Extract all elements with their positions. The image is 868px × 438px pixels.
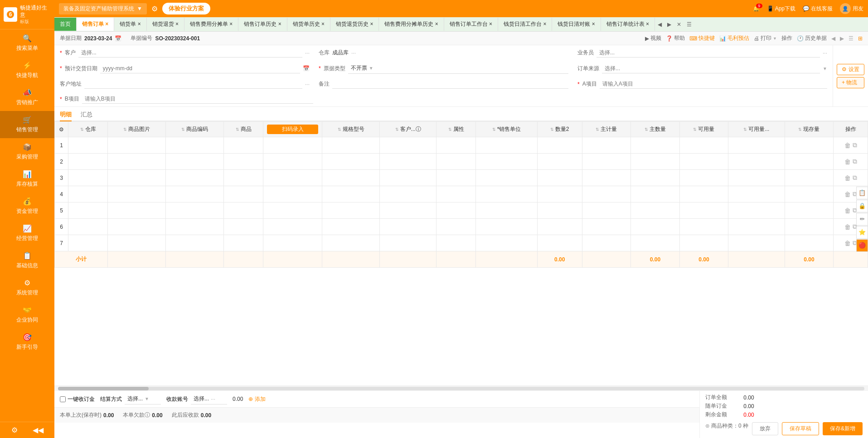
calendar-icon[interactable]: 📅: [115, 35, 121, 42]
row-unit-1[interactable]: [476, 137, 538, 154]
settings-icon[interactable]: ⚙: [151, 5, 158, 13]
user-menu[interactable]: 👤 用友: [840, 3, 863, 14]
date-value[interactable]: 2023-03-24: [84, 35, 112, 42]
bank-dots[interactable]: ···: [211, 396, 215, 402]
salesperson-input[interactable]: [596, 48, 820, 58]
discard-button[interactable]: 放弃: [752, 422, 778, 435]
row-attr-1[interactable]: [436, 137, 475, 154]
add-material-button[interactable]: + 物流: [837, 77, 864, 88]
sidebar-item-system[interactable]: ⚙ 系统管理: [0, 274, 54, 301]
copy-icon-2[interactable]: ⧉: [853, 158, 857, 165]
delete-icon-1[interactable]: 🗑: [844, 142, 851, 149]
sidebar-item-marketing[interactable]: 📣 营销推广: [0, 84, 54, 111]
grid-view-icon[interactable]: ⊞: [858, 35, 863, 42]
row-code-1[interactable]: [166, 137, 224, 154]
sidebar-item-purchase[interactable]: 📦 采购管理: [0, 138, 54, 165]
fixed-btn-lock[interactable]: 🔒: [856, 200, 868, 212]
next-record-icon[interactable]: ▶: [840, 35, 844, 42]
sidebar-item-sales[interactable]: 🛒 销售管理: [0, 111, 54, 138]
copy-icon-1[interactable]: ⧉: [853, 141, 857, 149]
delivery-calendar-icon[interactable]: 📅: [303, 65, 310, 72]
dropdown-arrow-icon[interactable]: ▼: [137, 5, 142, 12]
tab-order-workbench[interactable]: 销售订单工作台 ×: [444, 18, 498, 31]
tab-close-icon[interactable]: ✕: [674, 21, 684, 28]
product-count-btn[interactable]: ⊙ 商品种类：0 种: [705, 422, 748, 435]
history-btn[interactable]: 🕐 历史单据: [797, 34, 827, 42]
online-service-btn[interactable]: 💬 在线客服: [803, 5, 833, 13]
tab-daily-account[interactable]: 钱货日清对账 ×: [552, 18, 601, 31]
list-view-icon[interactable]: ☰: [849, 35, 853, 42]
sidebar-item-guide[interactable]: 🎯 新手引导: [0, 328, 54, 356]
delete-icon-4[interactable]: 🗑: [844, 191, 851, 198]
tab-home[interactable]: 首页: [54, 18, 77, 31]
row-qty2-1[interactable]: [537, 137, 582, 154]
bank-account-select[interactable]: 选择... ···: [191, 394, 227, 404]
delete-icon-3[interactable]: 🗑: [844, 174, 851, 182]
row-avail-1[interactable]: [679, 137, 728, 154]
operate-btn[interactable]: 操作: [781, 34, 792, 42]
customer-input[interactable]: [78, 48, 302, 58]
tab-sales-invoice-history[interactable]: 销货单历史 ×: [287, 18, 330, 31]
row-scan-1[interactable]: [263, 137, 322, 154]
app-download-btn[interactable]: 📱 App下载: [767, 5, 795, 13]
payment-method-select[interactable]: 选择... ▼: [125, 394, 161, 404]
tab-sales-order[interactable]: 销售订单 ×: [77, 18, 114, 31]
tab-stats[interactable]: 销售订单统计表 ×: [601, 18, 655, 31]
fixed-btn-star[interactable]: ⭐: [856, 226, 868, 239]
save-new-button[interactable]: 保存&新增: [823, 422, 863, 435]
sidebar-item-finance[interactable]: 💰 资金管理: [0, 193, 54, 220]
row-image-1[interactable]: [108, 137, 166, 154]
b-project-input[interactable]: [82, 94, 313, 104]
shortcut-btn[interactable]: ⌨ 快捷键: [689, 34, 715, 42]
copy-icon-3[interactable]: ⧉: [853, 174, 857, 182]
order-source-input[interactable]: [602, 64, 820, 73]
scroll-thumb[interactable]: [58, 387, 149, 390]
fixed-btn-clipboard[interactable]: 📋: [856, 187, 868, 199]
solution-button[interactable]: 体验行业方案: [162, 3, 210, 14]
a-project-input[interactable]: [600, 79, 827, 89]
help-btn[interactable]: ❓ 帮助: [666, 34, 685, 42]
row-munit-1[interactable]: [582, 137, 631, 154]
horizontal-scrollbar[interactable]: [54, 385, 868, 391]
sidebar-item-nav[interactable]: ⚡ 快捷导航: [0, 57, 54, 84]
tab-expense-history[interactable]: 销售费用分摊单历史 ×: [379, 18, 444, 31]
tab-next-icon[interactable]: ▶: [664, 21, 674, 28]
prev-record-icon[interactable]: ◀: [831, 35, 835, 42]
tab-return-history[interactable]: 销货退货历史 ×: [330, 18, 379, 31]
row-avail2-1[interactable]: [728, 137, 785, 154]
save-draft-button[interactable]: 保存草稿: [782, 422, 819, 435]
collapse-icon[interactable]: ◀◀: [33, 426, 44, 434]
invoice-type-select[interactable]: 不开票 ▼: [348, 63, 568, 74]
tab-sales-invoice[interactable]: 销货单 ×: [114, 18, 146, 31]
sidebar-item-management[interactable]: 📈 经营管理: [0, 220, 54, 247]
tab-daily-clear[interactable]: 钱货日清工作台 ×: [498, 18, 552, 31]
row-warehouse-1[interactable]: [68, 137, 108, 154]
row-mqty-1[interactable]: [631, 137, 680, 154]
tab-prev-icon[interactable]: ◀: [655, 21, 664, 28]
sidebar-item-inventory[interactable]: 📊 库存核算: [0, 165, 54, 193]
row-spec-1[interactable]: [322, 137, 380, 154]
settings-bottom-icon[interactable]: ⚙: [11, 426, 18, 434]
tab-sales-order-history[interactable]: 销售订单历史 ×: [238, 18, 287, 31]
row-curr-1[interactable]: [785, 137, 834, 154]
add-payment-btn[interactable]: ⊕ 添加: [248, 395, 266, 403]
th-settings[interactable]: ⚙: [55, 122, 68, 137]
fixed-btn-edit[interactable]: ✏: [856, 213, 868, 226]
row-ccode-1[interactable]: [380, 137, 436, 154]
set-button[interactable]: ⚙ 设置: [837, 64, 864, 75]
remark-input[interactable]: [332, 79, 568, 89]
one-click-payment[interactable]: 一键收订金: [60, 395, 95, 403]
customer-dots[interactable]: ···: [305, 50, 310, 56]
view-btn[interactable]: ▶ 视频: [645, 34, 661, 42]
profit-btn[interactable]: 📊 毛利预估: [719, 34, 749, 42]
sidebar-item-basic[interactable]: 📋 基础信息: [0, 247, 54, 274]
tab-sales-return[interactable]: 销货退货 ×: [147, 18, 184, 31]
salesperson-dots[interactable]: ···: [823, 50, 827, 56]
delete-icon-6[interactable]: 🗑: [844, 223, 851, 231]
delete-icon-2[interactable]: 🗑: [844, 158, 851, 165]
sidebar-item-search[interactable]: 🔍 搜索菜单: [0, 29, 54, 57]
fixed-btn-alert[interactable]: 🔴: [856, 239, 868, 252]
warehouse-dots[interactable]: ···: [351, 50, 356, 56]
tab-detail[interactable]: 明细: [60, 109, 72, 121]
scan-button[interactable]: 扫码录入: [267, 125, 318, 134]
